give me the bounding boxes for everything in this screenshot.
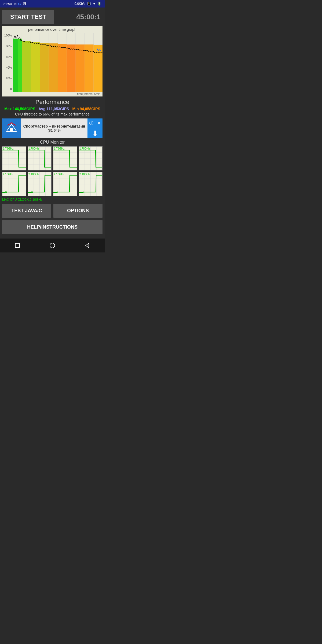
- status-bar: 21:50 ✉ G 🖼 0.0Kb/s 📳 ▼ 🔋: [0, 0, 105, 8]
- cpu-core-2: 1.78GHz: [28, 146, 52, 170]
- stat-max: Max 146,508GIPS: [4, 107, 35, 111]
- svg-marker-94: [86, 243, 89, 248]
- svg-rect-23: [67, 44, 75, 92]
- nav-bar: [0, 239, 105, 252]
- svg-rect-16: [13, 39, 18, 92]
- svg-rect-92: [15, 243, 20, 248]
- bottom-buttons: TEST JAVA/C OPTIONS: [2, 204, 103, 218]
- cpu-core-7: 2.10GHz: [53, 172, 77, 196]
- cpu-core-1: 1.78GHz: [2, 146, 26, 170]
- ad-download-icon: ⬇: [92, 129, 98, 138]
- performance-chart-svg: [13, 33, 103, 92]
- svg-rect-17: [18, 39, 22, 92]
- cpu-core-6: 2.10GHz: [28, 172, 52, 196]
- vibrate-icon: 📳: [87, 2, 91, 6]
- stat-avg: Avg 111,053GIPS: [39, 107, 69, 111]
- cpu-freq-5: 2.10GHz: [3, 173, 13, 176]
- cpu-freq-4: 1.78GHz: [79, 147, 90, 150]
- top-row: START TEST 45:00:1: [2, 10, 103, 24]
- svg-point-83: [57, 192, 58, 193]
- network-speed: 0.0Kb/s: [74, 2, 85, 6]
- cpu-freq-3: 1.78GHz: [54, 147, 64, 150]
- ad-icon: [2, 118, 21, 138]
- options-button[interactable]: OPTIONS: [53, 204, 103, 218]
- svg-rect-22: [58, 44, 67, 92]
- graph-title: performance over time graph: [2, 27, 103, 32]
- max-cpu-clock-label: MAX CPU CLOCK:2.10GHz: [2, 198, 103, 202]
- y-axis: 100% 80% 60% 40% 20% 0: [2, 33, 13, 92]
- graph-area: 100% 80% 60% 40% 20% 0: [2, 33, 103, 92]
- cpu-freq-1: 1.78GHz: [3, 147, 13, 150]
- nav-circle-icon[interactable]: [44, 240, 60, 251]
- cpu-freq-6: 2.10GHz: [28, 173, 39, 176]
- y-label-80: 80%: [3, 44, 12, 48]
- ad-subtitle: (81 649): [23, 128, 85, 132]
- ad-banner[interactable]: Спортмастер – интернет-магазин (81 649) …: [2, 118, 103, 138]
- y-label-100: 100%: [3, 34, 12, 37]
- cpu-freq-8: 2.10GHz: [79, 173, 90, 176]
- cpu-core-8: 2.10GHz: [79, 172, 103, 196]
- svg-rect-19: [31, 42, 40, 92]
- cpu-grid-row1: 1.78GHz 1.78GHz: [2, 146, 103, 170]
- help-instructions-button[interactable]: HELP/INSTRUCTIONS: [2, 220, 103, 234]
- svg-rect-20: [40, 43, 49, 92]
- mail-icon: ✉: [14, 2, 17, 6]
- ad-title: Спортмастер – интернет-магазин: [23, 124, 85, 128]
- main-content: START TEST 45:00:1 performance over time…: [0, 8, 105, 239]
- svg-rect-21: [49, 43, 58, 92]
- stat-min: Min 94,058GIPS: [72, 107, 100, 111]
- google-icon: G: [18, 2, 21, 6]
- svg-point-91: [83, 192, 84, 193]
- cpu-freq-7: 2.10GHz: [54, 173, 64, 176]
- svg-rect-18: [22, 41, 31, 92]
- y-label-40: 40%: [3, 66, 12, 69]
- nav-back-icon[interactable]: [79, 240, 95, 251]
- svg-point-93: [50, 243, 55, 248]
- ad-text-area: Спортмастер – интернет-магазин (81 649): [21, 123, 87, 133]
- performance-stats: Max 146,508GIPS Avg 111,053GIPS Min 94,0…: [2, 107, 103, 111]
- performance-title: Performance: [2, 99, 103, 106]
- nav-square-icon[interactable]: [9, 240, 25, 251]
- cpu-core-3: 1.78GHz: [53, 146, 77, 170]
- throttle-text: CPU throttled to 66% of its max performa…: [2, 112, 103, 116]
- y-label-60: 60%: [3, 55, 12, 58]
- cpu-core-5: 2.10GHz: [2, 172, 26, 196]
- performance-section: Performance Max 146,508GIPS Avg 111,053G…: [2, 99, 103, 116]
- start-test-button[interactable]: START TEST: [2, 10, 54, 24]
- image-icon: 🖼: [23, 2, 26, 6]
- status-left: 21:50 ✉ G 🖼: [3, 2, 26, 6]
- chart-svg-container: [13, 33, 103, 92]
- svg-point-75: [32, 192, 33, 193]
- svg-point-67: [6, 192, 7, 193]
- x-axis-label: time(interval 5min): [2, 92, 103, 96]
- y-label-0: 0: [3, 87, 12, 91]
- svg-rect-24: [76, 44, 85, 92]
- ad-info-button[interactable]: ⓘ: [87, 118, 95, 128]
- ad-close-button[interactable]: ✕: [95, 118, 103, 128]
- svg-rect-30: [10, 128, 13, 132]
- cpu-freq-2: 1.78GHz: [28, 147, 39, 150]
- performance-graph-container: performance over time graph 100% 80% 60%…: [2, 26, 103, 96]
- battery-icon: 🔋: [97, 2, 101, 6]
- ad-right: ⓘ ✕ ⬇: [87, 118, 103, 138]
- y-label-20: 20%: [3, 77, 12, 80]
- time-display: 21:50: [3, 2, 12, 6]
- cpu-grid-row2: 2.10GHz 2.10GHz: [2, 172, 103, 196]
- cpu-monitor-title: CPU Monitor: [2, 140, 103, 145]
- cpu-core-4: 1.78GHz: [79, 146, 103, 170]
- status-right: 0.0Kb/s 📳 ▼ 🔋: [74, 2, 101, 6]
- test-javac-button[interactable]: TEST JAVA/C: [2, 204, 51, 218]
- wifi-icon: ▼: [93, 2, 96, 6]
- timer-display: 45:00:1: [54, 13, 103, 21]
